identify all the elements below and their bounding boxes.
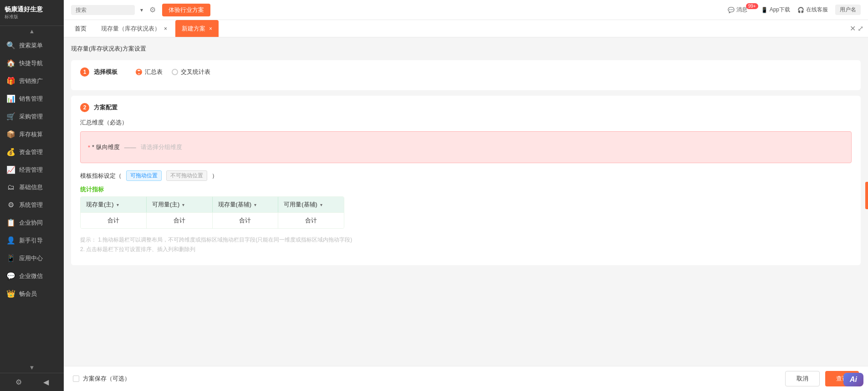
indicator-section: 模板指标设定（ 可拖动位置 不可拖动位置 ） 统计指标 现存量(主) ▾ 可用量… — [80, 170, 852, 253]
sidebar-item-operations[interactable]: 📈经营管理 — [0, 161, 64, 179]
sidebar-label-quicknav: 快捷导航 — [19, 59, 43, 67]
sidebar-scroll-down[interactable]: ▼ — [0, 362, 64, 373]
dim-dash: —— — [124, 144, 136, 151]
col2-chevron-icon[interactable]: ▾ — [254, 202, 256, 207]
message-badge: 99+ — [746, 3, 758, 9]
no-drag-badge: 不可拖动位置 — [166, 170, 207, 181]
close-panel-icon[interactable]: ✕ — [850, 24, 856, 33]
expand-panel-icon[interactable]: ⤢ — [858, 24, 863, 33]
radio-summary-circle — [136, 69, 142, 75]
search-input[interactable] — [71, 5, 135, 15]
sidebar-item-member[interactable]: 👑畅会员 — [0, 285, 64, 303]
step2-badge: 2 — [80, 103, 89, 112]
message-label: 消息 — [736, 6, 747, 14]
sidebar-item-marketing[interactable]: 🎁营销推广 — [0, 72, 64, 90]
sidebar-item-wechat[interactable]: 💬企业微信 — [0, 267, 64, 285]
chat-icon: 💬 — [728, 7, 735, 13]
page-title: 现存量(库存状况表)方案设置 — [71, 45, 861, 53]
app-label: App下载 — [770, 6, 790, 14]
sidebar-label-system: 系统管理 — [19, 201, 43, 209]
stat-data-row-0: 合计 合计 合计 合计 — [81, 212, 344, 228]
sidebar-footer: ⚙ ◀ — [0, 373, 64, 391]
sidebar-icon-system: ⚙ — [6, 201, 15, 209]
sidebar-label-basic: 基础信息 — [19, 183, 43, 191]
col3-chevron-icon[interactable]: ▾ — [320, 202, 322, 207]
sidebar-icon-quicknav: 🏠 — [6, 59, 15, 67]
tab-new-scheme[interactable]: 新建方案 × — [175, 20, 219, 37]
tab-new-scheme-close[interactable]: × — [209, 26, 212, 32]
step1-title: 选择模板 — [94, 68, 117, 76]
sidebar-label-search: 搜索菜单 — [19, 41, 43, 50]
col0-chevron-icon[interactable]: ▾ — [117, 202, 119, 207]
sidebar-label-apps: 应用中心 — [19, 254, 43, 262]
sidebar-label-sales: 销售管理 — [19, 95, 43, 103]
dim-placeholder: 请选择分组维度 — [141, 143, 182, 151]
sidebar-label-marketing: 营销推广 — [19, 77, 43, 85]
stat-header-col-0[interactable]: 现存量(主) ▾ — [81, 197, 147, 212]
sidebar-label-enterprise: 企业协同 — [19, 219, 43, 227]
content-area: 现存量(库存状况表)方案设置 1 选择模板 汇总表 交叉统计表 — [64, 37, 868, 366]
step1-header: 1 选择模板 汇总表 交叉统计表 — [80, 67, 852, 77]
sidebar-label-member: 畅会员 — [19, 290, 37, 298]
tab-inventory-close[interactable]: × — [164, 26, 167, 32]
sidebar-item-purchase[interactable]: 🛒采购管理 — [0, 108, 64, 125]
collapse-icon[interactable]: ◀ — [43, 378, 49, 386]
dim-field-label: * 纵向维度 — [92, 143, 120, 151]
sidebar-icon-finance: 💰 — [6, 148, 15, 156]
online-service-button[interactable]: 🎧 在线客服 — [797, 6, 828, 14]
sidebar-icon-purchase: 🛒 — [6, 112, 15, 121]
sidebar-scroll-up[interactable]: ▲ — [0, 26, 64, 36]
stat-col1-label: 可用量(主) — [152, 201, 180, 209]
sidebar-label-finance: 资金管理 — [19, 148, 43, 156]
sidebar-label-inventory: 库存核算 — [19, 130, 43, 139]
sidebar-item-sales[interactable]: 📊销售管理 — [0, 90, 64, 108]
stat-header-col-3[interactable]: 可用量(基辅) ▾ — [278, 197, 344, 212]
message-button[interactable]: 💬 消息 99+ — [728, 6, 754, 14]
sidebar-item-inventory[interactable]: 📦库存核算 — [0, 125, 64, 143]
user-button[interactable]: 用户名 — [835, 5, 861, 15]
drag-badge: 可拖动位置 — [126, 170, 162, 181]
stat-col3-label: 可用量(基辅) — [284, 201, 317, 209]
stat-header-col-2[interactable]: 现存量(基辅) ▾ — [213, 197, 279, 212]
bottom-bar: 方案保存（可选） 取消 查询 — [64, 366, 868, 391]
search-dropdown-icon[interactable]: ▾ — [140, 7, 143, 13]
radio-summary[interactable]: 汇总表 — [136, 68, 163, 76]
stat-header-col-1[interactable]: 可用量(主) ▾ — [147, 197, 213, 212]
sidebar-item-finance[interactable]: 💰资金管理 — [0, 143, 64, 161]
sidebar-item-system[interactable]: ⚙系统管理 — [0, 196, 64, 214]
tip-2: 2. 点击标题栏下拉可设置排序、插入列和删除列 — [80, 246, 852, 253]
sidebar-item-enterprise[interactable]: 📋企业协同 — [0, 214, 64, 232]
app-download-button[interactable]: 📱 App下载 — [761, 6, 790, 14]
dim-box[interactable]: * * 纵向维度 —— 请选择分组维度 — [80, 131, 852, 163]
radio-summary-label: 汇总表 — [145, 68, 163, 76]
step1-section: 1 选择模板 汇总表 交叉统计表 — [71, 60, 861, 90]
sidebar-item-search[interactable]: 🔍搜索菜单 — [0, 36, 64, 54]
sidebar-icon-search: 🔍 — [6, 41, 15, 50]
sidebar-item-basic[interactable]: 🗂基础信息 — [0, 179, 64, 196]
radio-cross[interactable]: 交叉统计表 — [172, 68, 210, 76]
sidebar-icon-newbie: 👤 — [6, 236, 15, 245]
settings-icon[interactable]: ⚙ — [15, 378, 22, 386]
sidebar-label-newbie: 新手引导 — [19, 237, 43, 245]
col1-chevron-icon[interactable]: ▾ — [182, 202, 184, 207]
trial-button[interactable]: 体验行业方案 — [162, 4, 210, 16]
stat-table: 现存量(主) ▾ 可用量(主) ▾ 现存量(基辅) ▾ 可用量(基辅) — [80, 196, 344, 229]
save-option[interactable]: 方案保存（可选） — [73, 375, 130, 383]
tab-inventory[interactable]: 现存量（库存状况表） × — [95, 20, 174, 37]
ai-badge[interactable]: Ai — [843, 373, 863, 386]
stat-col2-label: 现存量(基辅) — [218, 201, 252, 209]
radio-cross-label: 交叉统计表 — [181, 68, 210, 76]
brand-tag: 标准版 — [5, 14, 59, 20]
sidebar-label-purchase: 采购管理 — [19, 113, 43, 121]
sidebar-item-quicknav[interactable]: 🏠快捷导航 — [0, 54, 64, 72]
gear-icon[interactable]: ⚙ — [149, 5, 156, 14]
sidebar-item-apps[interactable]: 📱应用中心 — [0, 249, 64, 267]
tab-inventory-label: 现存量（库存状况表） — [101, 25, 160, 33]
cancel-button[interactable]: 取消 — [785, 371, 820, 386]
tab-home[interactable]: 首页 — [68, 20, 93, 37]
save-checkbox[interactable] — [73, 376, 79, 382]
step2-section: 2 方案配置 汇总维度（必选） * * 纵向维度 —— 请选择分组维度 模板指标… — [71, 96, 861, 265]
stat-cell-0-3: 合计 — [278, 213, 344, 228]
sidebar-item-newbie[interactable]: 👤新手引导 — [0, 232, 64, 249]
sidebar-label-wechat: 企业微信 — [19, 272, 43, 280]
